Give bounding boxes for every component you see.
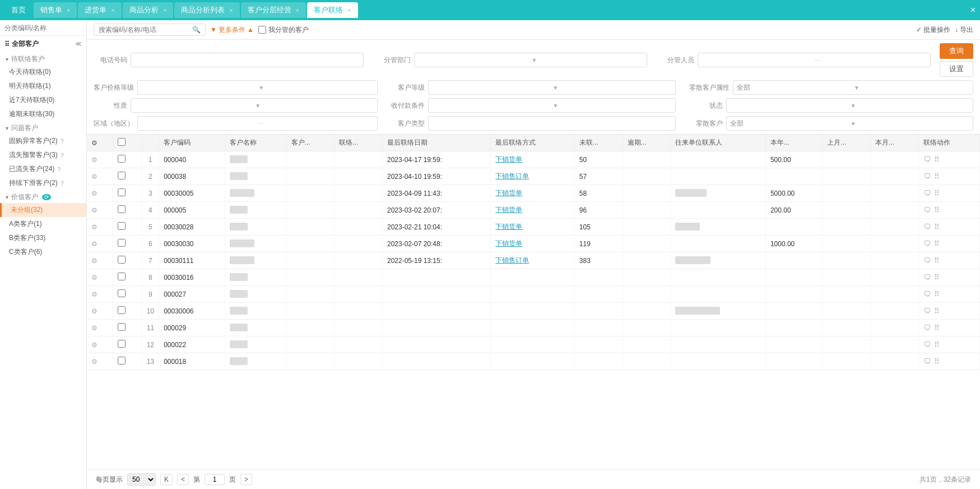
row-check-1[interactable]: [113, 168, 142, 185]
region-select[interactable]: ···: [137, 116, 378, 131]
row-way-0[interactable]: 下销货单: [491, 151, 575, 168]
sidebar-problem-item-3[interactable]: 持续下滑客户(2)?: [0, 176, 86, 190]
row-action-6[interactable]: 🗨⠿: [918, 252, 979, 269]
retail-attr-select[interactable]: 全部 ▼: [733, 80, 973, 95]
row-checkbox-8[interactable]: [118, 289, 126, 297]
row-action-10[interactable]: 🗨⠿: [918, 320, 979, 336]
row-way-5[interactable]: 下销货单: [491, 236, 575, 252]
row-action-2[interactable]: 🗨⠿: [918, 185, 979, 202]
page-input[interactable]: [205, 474, 225, 485]
more-conditions-btn[interactable]: ▼ 更多条件 ▲: [210, 25, 254, 35]
next-page-btn[interactable]: >: [240, 474, 252, 485]
row-checkbox-4[interactable]: [118, 222, 126, 230]
row-action-3[interactable]: 🗨⠿: [918, 202, 979, 219]
gear-icon[interactable]: ⚙: [91, 139, 97, 147]
more-icon-3[interactable]: ⠿: [934, 206, 940, 214]
manager-select[interactable]: ···: [698, 53, 931, 67]
row-checkbox-12[interactable]: [118, 357, 126, 365]
sidebar-pending-item-1[interactable]: 明天待联络(1): [0, 79, 86, 93]
sidebar-value-group-0[interactable]: 未分组(32): [0, 203, 86, 217]
more-icon-8[interactable]: ⠿: [934, 290, 940, 298]
row-way-6[interactable]: 下销售订单: [491, 252, 575, 269]
customer-tier-select[interactable]: ▼: [428, 80, 675, 95]
call-icon-10[interactable]: 🗨: [923, 324, 931, 332]
row-check-7[interactable]: [113, 269, 142, 286]
call-icon-2[interactable]: 🗨: [923, 189, 931, 197]
sidebar-pending-item-0[interactable]: 今天待联络(0): [0, 65, 86, 79]
row-check-2[interactable]: [113, 185, 142, 202]
sidebar-pending-item-3[interactable]: 逾期未联络(30): [0, 107, 86, 121]
row-checkbox-11[interactable]: [118, 340, 126, 348]
row-action-11[interactable]: 🗨⠿: [918, 336, 979, 353]
more-icon-11[interactable]: ⠿: [934, 340, 940, 349]
nav-close-icon-purchase[interactable]: ×: [111, 7, 114, 13]
all-customers-header[interactable]: ⠿ 全部客户 ≪: [0, 36, 86, 52]
row-action-8[interactable]: 🗨⠿: [918, 286, 979, 303]
nav-close-icon-goods-analysis-list[interactable]: ×: [229, 7, 233, 13]
row-action-0[interactable]: 🗨⠿: [918, 151, 979, 168]
retail-customer-select[interactable]: 全部 ▼: [726, 116, 973, 131]
nav-item-purchase[interactable]: 进货单 ×: [78, 2, 121, 18]
customer-search-input[interactable]: [99, 26, 190, 34]
row-checkbox-3[interactable]: [118, 205, 126, 213]
call-icon-1[interactable]: 🗨: [923, 172, 931, 181]
row-check-3[interactable]: [113, 202, 142, 219]
value-refresh-badge[interactable]: ⟳: [42, 194, 51, 200]
nav-item-customer-tier[interactable]: 客户分层经营 ×: [241, 2, 306, 18]
row-action-7[interactable]: 🗨⠿: [918, 269, 979, 286]
row-check-4[interactable]: [113, 219, 142, 236]
call-icon-11[interactable]: 🗨: [923, 340, 931, 349]
row-action-1[interactable]: 🗨⠿: [918, 168, 979, 185]
call-icon-8[interactable]: 🗨: [923, 290, 931, 298]
row-check-0[interactable]: [113, 151, 142, 168]
export-btn[interactable]: ↓ 导出: [955, 25, 973, 35]
row-check-8[interactable]: [113, 286, 142, 303]
more-icon-1[interactable]: ⠿: [934, 172, 940, 181]
row-checkbox-2[interactable]: [118, 188, 126, 196]
more-icon-2[interactable]: ⠿: [934, 189, 940, 197]
nav-item-customer-contact[interactable]: 客户联络 ×: [307, 2, 357, 18]
batch-ops-btn[interactable]: ✓ 批量操作: [916, 25, 950, 35]
row-checkbox-6[interactable]: [118, 256, 126, 264]
more-icon-7[interactable]: ⠿: [934, 273, 940, 282]
row-action-4[interactable]: 🗨⠿: [918, 219, 979, 236]
row-check-5[interactable]: [113, 236, 142, 252]
sidebar-problem-item-2[interactable]: 已流失客户(24)?: [0, 162, 86, 176]
price-tier-select[interactable]: ▼: [137, 80, 378, 95]
nav-item-goods-analysis[interactable]: 商品分析 ×: [123, 2, 173, 18]
row-checkbox-10[interactable]: [118, 323, 126, 331]
row-way-1[interactable]: 下销售订单: [491, 168, 575, 185]
call-icon-7[interactable]: 🗨: [923, 273, 931, 282]
call-icon-3[interactable]: 🗨: [923, 206, 931, 214]
row-check-10[interactable]: [113, 320, 142, 336]
nav-item-goods-analysis-list[interactable]: 商品分析列表 ×: [174, 2, 239, 18]
nav-close-icon-customer-tier[interactable]: ×: [296, 7, 299, 13]
customer-type-select[interactable]: [428, 116, 675, 131]
row-check-12[interactable]: [113, 353, 142, 370]
call-icon-9[interactable]: 🗨: [923, 307, 931, 315]
col-header-gear[interactable]: ⚙: [87, 135, 113, 151]
more-icon-5[interactable]: ⠿: [934, 239, 940, 248]
sidebar-collapse-icon[interactable]: ≪: [75, 40, 82, 48]
row-action-5[interactable]: 🗨⠿: [918, 236, 979, 252]
nav-item-home[interactable]: 首页: [4, 2, 32, 18]
row-checkbox-7[interactable]: [118, 273, 126, 280]
sidebar-value-group-3[interactable]: C类客户(6): [0, 245, 86, 259]
my-customers-checkbox[interactable]: [258, 26, 266, 34]
col-header-check[interactable]: [113, 135, 142, 151]
sidebar-value-group-1[interactable]: A类客户(1): [0, 217, 86, 231]
payment-select[interactable]: ▼: [428, 98, 675, 113]
row-check-11[interactable]: [113, 336, 142, 353]
customer-search-icon[interactable]: 🔍: [192, 26, 201, 34]
nav-close-icon-customer-contact[interactable]: ×: [347, 7, 351, 13]
row-action-12[interactable]: 🗨⠿: [918, 353, 979, 370]
prev-page-btn[interactable]: <: [177, 474, 189, 485]
query-button[interactable]: 查询: [940, 43, 973, 59]
sidebar-value-group-2[interactable]: B类客户(33): [0, 231, 86, 245]
nav-close-icon-sales[interactable]: ×: [67, 7, 70, 13]
nav-close-icon-goods-analysis[interactable]: ×: [163, 7, 166, 13]
status-select[interactable]: ▼: [726, 98, 973, 113]
row-way-2[interactable]: 下销货单: [491, 185, 575, 202]
row-check-6[interactable]: [113, 252, 142, 269]
call-icon-6[interactable]: 🗨: [923, 256, 931, 265]
